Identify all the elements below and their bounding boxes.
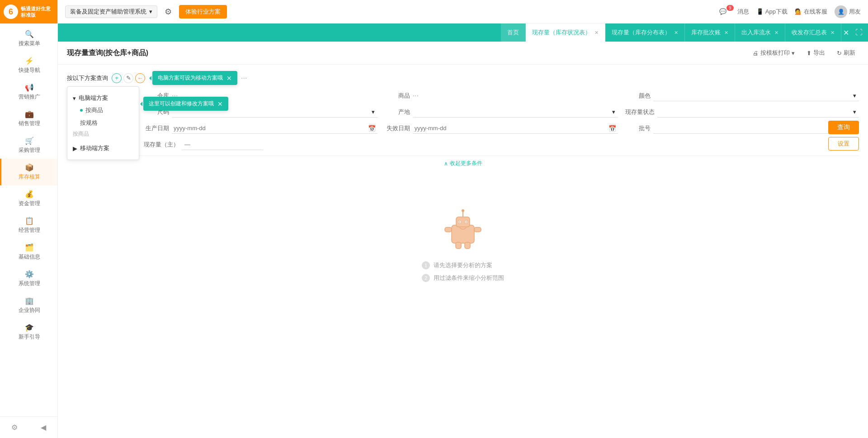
settings-icon[interactable]: ⚙ [163,5,174,19]
step-num-2: 2 [422,274,430,282]
tab-label: 首页 [507,28,519,37]
step-1-text: 请先选择要分析的方案 [434,261,492,269]
product-dots[interactable]: ··· [413,92,419,100]
experience-button[interactable]: 体验行业方案 [179,5,227,19]
expire-date-field: 失效日期 📅 [385,123,618,134]
basic-info-icon: 🗂️ [25,243,34,252]
sidebar-item-marketing[interactable]: 📢营销推广 [0,79,57,105]
scheme-section-desktop-header[interactable]: ▾ 电脑端方案 [67,92,139,104]
close-all-tabs-icon[interactable]: ✕ [841,28,851,37]
prod-date-calendar-icon[interactable]: 📅 [366,125,377,132]
finance-icon: 💰 [25,190,34,198]
collapse-label: 收起更多条件 [450,160,482,167]
inventory-icon: 📦 [25,163,34,172]
enterprise-icon: 🏢 [25,297,34,305]
chevron-right-icon: ▶ [73,145,77,152]
sidebar-item-sales[interactable]: 💼销售管理 [0,105,57,132]
empty-step-1: 1 请先选择要分析的方案 [422,261,504,269]
sidebar-item-operations[interactable]: 📋经营管理 [0,212,57,239]
color-field: 颜色 ▾ [625,90,859,101]
sidebar-bottom: ⚙ ◀ [0,416,57,438]
add-scheme-button[interactable]: + [112,73,122,83]
sidebar-item-search[interactable]: 🔍搜索菜单 [0,25,57,52]
system-selector[interactable]: 装备及固定资产辅助管理系统 ▾ [65,5,157,18]
sidebar-item-label: 库存核算 [19,173,40,181]
settings-button[interactable]: 设置 [828,137,859,151]
prod-date-input[interactable]: 📅 [172,123,377,134]
tab-label: 现存量（库存分布表） [612,28,670,37]
tooltip-1-close[interactable]: ✕ [226,75,232,82]
expire-date-text[interactable] [413,123,607,133]
expire-date-input[interactable]: 📅 [413,123,618,134]
filter-dots-1[interactable]: ··· [241,74,247,82]
batch-no-label: 批号 [625,124,651,132]
collapse-bar[interactable]: ∧ 收起更多条件 [67,155,859,171]
sidebar-item-label: 快捷导航 [19,66,40,74]
app-download-action[interactable]: 📱 App下载 [756,8,788,16]
sidebar-item-system[interactable]: ⚙️系统管理 [0,265,57,292]
export-button[interactable]: ⬆ 导出 [803,47,829,59]
sidebar-item-purchase[interactable]: 🛒采购管理 [0,132,57,159]
stock-status-field: 现存量状态 ▾ [625,107,859,118]
empty-state: 1 请先选择要分析的方案 2 用过滤条件来缩小分析范围 [58,171,868,318]
scheme-section-mobile-header[interactable]: ▶ 移动端方案 [67,142,139,154]
filter-row-3: 生产日期 📅 失效日期 📅 批号 [144,123,859,134]
sidebar-item-quick-nav[interactable]: ⚡快捷导航 [0,52,57,79]
operations-icon: 📋 [25,217,34,225]
sidebar-item-enterprise[interactable]: 🏢企业协同 [0,292,57,319]
origin-select[interactable]: ▾ [413,107,618,118]
svg-point-4 [459,221,461,223]
query-button[interactable]: 查询 [828,121,859,134]
page-actions: 🖨 按模板打印 ▾ ⬆ 导出 ↻ 刷新 [749,47,859,59]
filter-row-4: 现存量（主） [144,139,859,150]
filter-row-2: 尺码 ▾ 产地 ▾ 现存量状态 [144,107,859,118]
prod-date-text[interactable] [172,123,366,133]
tab-in-out-flow[interactable]: 出入库流水✕ [735,24,785,42]
sidebar-item-label: 基础信息 [19,253,40,261]
scheme-item-by-product[interactable]: 按商品 [67,104,139,117]
refresh-button[interactable]: ↻ 刷新 [833,47,859,59]
online-support-action[interactable]: 💁 在线客服 [795,8,827,16]
edit-scheme-button[interactable]: ✎ [123,73,133,83]
scheme-item-by-spec[interactable]: 按规格 [67,117,139,129]
scheme-label-text: 按商品 [67,129,139,139]
messages-label: 消息 [737,8,749,16]
tab-batch-ledger[interactable]: 库存批次账✕ [685,24,735,42]
sidebar-item-inventory[interactable]: 📦库存核算 [0,159,57,185]
tab-label: 出入库流水 [741,28,771,37]
sidebar-item-finance[interactable]: 💰资金管理 [0,185,57,212]
tab-close-inventory-status[interactable]: ✕ [594,30,599,36]
export-icon: ⬆ [807,50,811,57]
tab-label: 收发存汇总表 [792,28,827,37]
sidebar-item-guide[interactable]: 🎓新手引导 [0,319,57,345]
tab-close-batch-ledger[interactable]: ✕ [724,30,728,36]
color-select[interactable]: ▾ [653,90,859,101]
user-name: 用友 [849,8,861,16]
stock-qty-from[interactable] [182,139,263,150]
expire-date-calendar-icon[interactable]: 📅 [607,125,618,132]
user-avatar-area[interactable]: 👤 用友 [835,5,861,18]
step-num-1: 1 [422,261,430,269]
header-actions: 💬 9 消息 📱 App下载 💁 在线客服 👤 用友 [719,5,861,18]
tab-receive-summary[interactable]: 收发存汇总表✕ [785,24,841,42]
query-buttons: 查询 设置 [828,121,859,151]
tab-inventory-status[interactable]: 现存量（库存状况表）✕ [526,24,605,42]
sidebar-item-basic-info[interactable]: 🗂️基础信息 [0,239,57,265]
sidebar-settings-icon[interactable]: ⚙ [9,421,19,433]
tab-inventory-dist[interactable]: 现存量（库存分布表）✕ [605,24,685,42]
tab-close-in-out-flow[interactable]: ✕ [774,30,778,36]
tab-close-inventory-dist[interactable]: ✕ [674,30,678,36]
tab-home[interactable]: 首页 [501,24,526,42]
system-icon: ⚙️ [25,270,34,278]
svg-point-5 [466,221,467,223]
sidebar-collapse-icon[interactable]: ◀ [39,421,48,433]
back-button[interactable]: ← [135,73,145,83]
fullscreen-icon[interactable]: ⛶ [854,28,864,37]
logo-icon: 6 [4,5,18,19]
sidebar-nav: 🔍搜索菜单⚡快捷导航📢营销推广💼销售管理🛒采购管理📦库存核算💰资金管理📋经营管理… [0,24,57,416]
tab-close-receive-summary[interactable]: ✕ [830,30,835,36]
stock-status-select[interactable]: ▾ [657,107,859,118]
tooltip-2-close[interactable]: ✕ [217,100,223,108]
messages-action[interactable]: 💬 9 消息 [719,8,749,16]
print-template-button[interactable]: 🖨 按模板打印 ▾ [749,47,798,59]
